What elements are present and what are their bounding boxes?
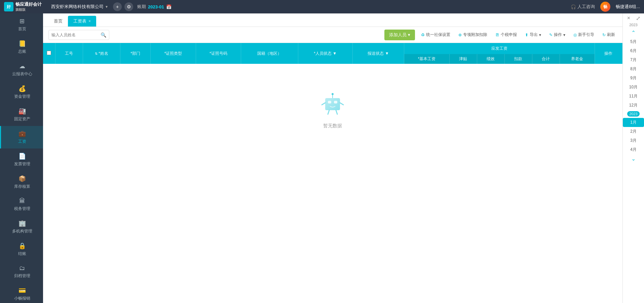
svg-line-6 (340, 103, 343, 105)
add-label: 添加人员 (389, 32, 407, 38)
tax-icon-tool: 🖹 (495, 33, 499, 37)
tab-salary[interactable]: 工资表 × (68, 16, 96, 27)
expand-panel-button[interactable]: ⤢ (635, 15, 642, 21)
guide-label: 新手引导 (578, 32, 594, 38)
sidebar-label-closing: 结账 (18, 251, 26, 257)
company-selector[interactable]: 西安虾米网络科技有限公司 ▾ (51, 4, 108, 10)
th-cert-type: *证照类型 (151, 43, 196, 64)
guide-tool-icon: ◎ (573, 33, 577, 37)
month-8[interactable]: 8月 (623, 64, 644, 74)
th-base-salary: *基本工资 (404, 54, 449, 64)
toolbar: 🔍 添加人员 ▾ ♻ 统一社保设置 ⊕ 专项附加扣除 🖹 个税申报 (43, 27, 622, 43)
sidebar-item-fixed-assets[interactable]: 🏭 固定资产 (0, 103, 43, 126)
refresh-icon: ↻ (602, 33, 606, 37)
year-2023-badge: 2023 (627, 111, 639, 117)
salary-table: 工号 ⇅ *姓名 *部门 *证照类型 *证照号码 国籍（地区） *人员状态 ▼ … (43, 43, 622, 156)
export-label: 导出 (530, 32, 538, 38)
month-10[interactable]: 10月 (623, 83, 644, 92)
sidebar-label-ledger: 总账 (18, 49, 26, 54)
month-1[interactable]: 1月 (623, 118, 644, 127)
scroll-down-icon[interactable]: ⌄ (630, 154, 637, 163)
operation-label: 操作 (554, 32, 562, 38)
sidebar-item-closing[interactable]: 🔒 结账 (0, 238, 43, 261)
svg-rect-0 (325, 98, 340, 110)
sidebar-label-org: 多机构管理 (12, 228, 32, 234)
month-2[interactable]: 2月 (623, 127, 644, 136)
sidebar-item-expense[interactable]: 💳 小畅报销 (0, 283, 43, 303)
org-icon: 🏢 (18, 220, 26, 227)
month-5[interactable]: 5月 (623, 37, 644, 46)
empty-row: 暂无数据 (43, 64, 622, 156)
select-all-checkbox[interactable] (47, 51, 51, 55)
month-7[interactable]: 7月 (623, 55, 644, 64)
sidebar-item-fund[interactable]: 💰 资金管理 (0, 81, 43, 103)
filter-icon-status[interactable]: ▼ (333, 51, 337, 56)
user-name: 畅捷通B组... (616, 4, 640, 10)
svg-point-4 (332, 93, 334, 95)
th-status: *人员状态 ▼ (298, 43, 352, 64)
sidebar: ⊞ 首页 📒 总账 ☁ 云报表中心 💰 资金管理 🏭 固定资产 💼 工资 📄 发… (0, 13, 43, 303)
sidebar-item-tax[interactable]: 🏛 税务管理 (0, 193, 43, 216)
svg-line-8 (336, 110, 337, 114)
th-pension: 养老金 (560, 54, 595, 64)
month-4[interactable]: 4月 (623, 145, 644, 154)
sidebar-item-home[interactable]: ⊞ 首页 (0, 13, 43, 36)
th-dept: *部门 (120, 43, 151, 64)
tab-salary-label: 工资表 (73, 18, 86, 24)
month-9[interactable]: 9月 (623, 74, 644, 83)
refresh-action[interactable]: ↻ 刷新 (600, 32, 617, 38)
empty-state: 暂无数据 (43, 64, 622, 156)
svg-rect-1 (328, 101, 331, 103)
sidebar-item-ledger[interactable]: 📒 总账 (0, 36, 43, 58)
home-icon: ⊞ (20, 17, 25, 25)
table-container: 工号 ⇅ *姓名 *部门 *证照类型 *证照号码 国籍（地区） *人员状态 ▼ … (43, 43, 622, 303)
settings-button[interactable]: ⚙ (124, 2, 133, 11)
service-button[interactable]: 🎧 人工咨询 (571, 4, 595, 10)
headphone-icon: 🎧 (571, 4, 576, 9)
month-3[interactable]: 3月 (623, 136, 644, 145)
search-input[interactable] (51, 33, 99, 37)
right-panel: × ⤢ 2023 ⌃ 5月 6月 7月 8月 9月 10月 11月 12月 20… (622, 13, 644, 303)
close-panel-button[interactable]: × (626, 15, 632, 21)
th-job-no: 工号 (55, 43, 83, 64)
th-salary-group: 应发工资 (404, 43, 595, 54)
sort-icon: ⇅ (95, 52, 98, 55)
ledger-icon: 📒 (18, 40, 26, 47)
guide-action[interactable]: ◎ 新手引导 (571, 32, 596, 38)
export-action[interactable]: ⬆ 导出 ▾ (523, 32, 543, 38)
th-nationality: 国籍（地区） (241, 43, 298, 64)
sidebar-item-invoice[interactable]: 📄 发票管理 (0, 148, 43, 171)
tax-report-action[interactable]: 🖹 个税申报 (493, 32, 519, 38)
dropdown-icon[interactable]: ▾ (106, 4, 108, 9)
month-12[interactable]: 12月 (623, 101, 644, 110)
sidebar-item-multi-org[interactable]: 🏢 多机构管理 (0, 216, 43, 238)
period-display: 2023 (629, 21, 637, 28)
add-dropdown-icon: ▾ (408, 32, 410, 37)
social-security-action[interactable]: ♻ 统一社保设置 (419, 32, 452, 38)
add-company-button[interactable]: + (113, 2, 122, 11)
th-performance: 绩效 (477, 54, 504, 64)
sidebar-label-inventory: 库存核算 (14, 184, 30, 189)
sidebar-label-home: 首页 (18, 26, 26, 32)
tab-bar: 首页 工资表 × (43, 13, 622, 27)
deduction-action[interactable]: ⊕ 专项附加扣除 (456, 32, 489, 38)
month-11[interactable]: 11月 (623, 92, 644, 101)
sidebar-item-salary[interactable]: 💼 工资 (0, 126, 43, 148)
sidebar-item-cloud-report[interactable]: ☁ 云报表中心 (0, 58, 43, 81)
logo-icon: 好 (4, 2, 13, 11)
add-person-button[interactable]: 添加人员 ▾ (384, 30, 415, 40)
tab-home[interactable]: 首页 (48, 16, 68, 27)
month-6[interactable]: 6月 (623, 46, 644, 55)
filter-icon-report[interactable]: ▼ (385, 51, 389, 56)
scroll-up-icon[interactable]: ⌃ (630, 28, 637, 37)
sidebar-item-archive[interactable]: 🗂 归档管理 (0, 261, 43, 283)
empty-text: 暂无数据 (323, 123, 342, 129)
sidebar-item-inventory[interactable]: 📦 库存核算 (0, 171, 43, 193)
th-report-status: 报送状态 ▼ (352, 43, 404, 64)
tab-close-icon[interactable]: × (88, 19, 91, 24)
operation-action[interactable]: ✎ 操作 ▾ (547, 32, 567, 38)
period-area: 账期 2023-01 📅 (137, 4, 172, 10)
user-avatar: 畅 (600, 2, 610, 12)
empty-illustration (319, 91, 346, 118)
calendar-icon[interactable]: 📅 (166, 4, 172, 9)
